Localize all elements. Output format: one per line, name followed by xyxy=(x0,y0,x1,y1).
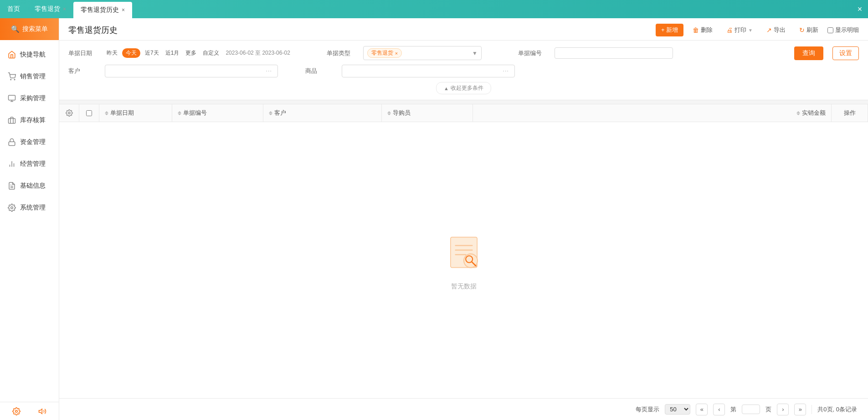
date-btn-1month[interactable]: 近1月 xyxy=(164,48,181,58)
page-label: 第 xyxy=(730,405,736,414)
print-arrow-icon: ▼ xyxy=(748,28,753,33)
date-btn-custom[interactable]: 自定义 xyxy=(201,48,221,58)
th-amount-label: 实销金额 xyxy=(802,109,826,117)
date-btn-today[interactable]: 今天 xyxy=(122,48,140,58)
show-detail-label: 显示明细 xyxy=(835,26,859,34)
type-filter-tag: 零售退货 × xyxy=(367,48,402,58)
next-page-btn[interactable]: › xyxy=(777,404,789,415)
show-detail-checkbox[interactable] xyxy=(827,27,833,33)
svg-point-0 xyxy=(10,79,11,80)
query-button[interactable]: 查询 xyxy=(794,46,823,60)
select-all-checkbox[interactable] xyxy=(86,110,92,116)
th-settings[interactable] xyxy=(59,104,79,122)
type-select-arrow-icon: ▼ xyxy=(472,50,478,56)
svg-point-15 xyxy=(68,112,70,114)
collapse-filter-button[interactable]: ▲ 收起更多条件 xyxy=(436,82,491,94)
page-number-input[interactable]: 1 xyxy=(742,405,760,414)
sidebar-item-sys-mgmt[interactable]: 系统管理 xyxy=(0,197,59,219)
page-size-select[interactable]: 10 20 50 100 xyxy=(665,404,690,415)
sidebar-item-sales-mgmt[interactable]: 销售管理 xyxy=(0,66,59,87)
th-customer[interactable]: 客户 xyxy=(263,104,382,122)
th-amount[interactable]: 实销金额 xyxy=(473,104,832,122)
empty-state: 暂无数据 xyxy=(59,122,868,398)
first-page-btn[interactable]: « xyxy=(696,404,708,415)
date-btn-yesterday[interactable]: 昨天 xyxy=(105,48,119,58)
setting-button[interactable]: 设置 xyxy=(832,46,859,60)
empty-state-icon xyxy=(441,230,487,275)
table-area: 单据日期 单据编号 客户 xyxy=(59,104,868,398)
tab-retail-return-history-close[interactable]: × xyxy=(122,7,125,13)
export-button[interactable]: ↗ 导出 xyxy=(762,24,790,36)
operations-icon xyxy=(7,159,16,169)
customer-ellipsis-icon[interactable]: ··· xyxy=(266,67,272,75)
svg-point-1 xyxy=(14,79,15,80)
th-date-label: 单据日期 xyxy=(110,109,134,117)
prev-page-btn[interactable]: ‹ xyxy=(713,404,725,415)
page-size-label: 每页显示 xyxy=(636,405,659,414)
sys-mgmt-icon xyxy=(7,203,16,212)
sidebar-search-label: 搜索菜单 xyxy=(22,25,48,33)
page-title: 零售退货历史 xyxy=(68,25,118,36)
no-filter-input[interactable] xyxy=(555,47,673,59)
date-filter-label: 单据日期 xyxy=(68,49,96,57)
tab-retail-return[interactable]: 零售退货 × xyxy=(27,0,73,18)
sidebar-settings-btn[interactable] xyxy=(9,404,24,419)
print-button[interactable]: 🖨 打印 ▼ xyxy=(722,24,757,36)
delete-icon: 🗑 xyxy=(693,26,699,34)
goods-ellipsis-icon[interactable]: ··· xyxy=(503,67,508,75)
type-filter-select[interactable]: 零售退货 × ▼ xyxy=(363,46,482,60)
window-close-button[interactable]: × xyxy=(852,0,868,18)
filter-area: 单据日期 昨天 今天 近7天 近1月 更多 自定义 2023-06-02 至 2… xyxy=(59,41,868,100)
purchase-icon xyxy=(7,94,16,103)
sidebar-item-basic-info[interactable]: 基础信息 xyxy=(0,175,59,197)
svg-rect-2 xyxy=(9,95,15,100)
sidebar-item-label: 经营管理 xyxy=(20,160,46,168)
amount-sort-icon xyxy=(796,111,800,115)
tab-retail-return-history[interactable]: 零售退货历史 × xyxy=(73,2,132,18)
sidebar-item-finance[interactable]: 资金管理 xyxy=(0,131,59,153)
sales-icon xyxy=(7,72,16,81)
no-sort-icon xyxy=(178,111,181,115)
sidebar-volume-btn[interactable] xyxy=(35,404,50,419)
th-action-label: 操作 xyxy=(844,109,856,117)
sidebar-search[interactable]: 🔍 搜索菜单 xyxy=(0,18,59,40)
svg-point-12 xyxy=(11,207,13,209)
tab-home-label: 首页 xyxy=(7,5,20,13)
th-no[interactable]: 单据编号 xyxy=(172,104,263,122)
sidebar-item-quick-nav[interactable]: 快捷导航 xyxy=(0,44,59,66)
page-unit: 页 xyxy=(765,405,771,414)
date-btn-7days[interactable]: 近7天 xyxy=(143,48,161,58)
sidebar-item-inventory[interactable]: 库存核算 xyxy=(0,109,59,131)
tab-retail-return-label: 零售退货 xyxy=(35,5,60,13)
sidebar-item-label: 快捷导航 xyxy=(20,51,46,59)
tab-retail-return-close[interactable]: × xyxy=(63,6,66,12)
delete-label: 删除 xyxy=(701,26,713,34)
sidebar-item-label: 销售管理 xyxy=(20,72,46,81)
type-tag-close[interactable]: × xyxy=(395,51,398,56)
svg-marker-14 xyxy=(39,409,42,414)
refresh-button[interactable]: ↻ 刷新 xyxy=(795,24,823,36)
customer-filter-label: 客户 xyxy=(68,67,96,75)
add-button[interactable]: + 新增 xyxy=(656,24,683,36)
sidebar-item-purchase-mgmt[interactable]: 采购管理 xyxy=(0,87,59,109)
delete-button[interactable]: 🗑 删除 xyxy=(688,24,717,36)
collapse-arrow-icon: ▲ xyxy=(444,86,449,91)
goods-filter-input[interactable] xyxy=(346,68,501,75)
no-filter-label: 单据编号 xyxy=(518,49,545,57)
th-guide[interactable]: 导购员 xyxy=(382,104,473,122)
sidebar-bottom xyxy=(0,402,59,420)
tab-home[interactable]: 首页 xyxy=(0,0,27,18)
date-btn-more[interactable]: 更多 xyxy=(184,48,198,58)
th-checkbox[interactable] xyxy=(79,104,99,122)
sidebar-item-operations[interactable]: 经营管理 xyxy=(0,153,59,175)
th-date[interactable]: 单据日期 xyxy=(99,104,172,122)
date-sort-icon xyxy=(105,111,108,115)
show-detail-checkbox-label[interactable]: 显示明细 xyxy=(827,26,859,34)
sidebar-item-label: 采购管理 xyxy=(20,94,46,102)
sidebar-item-label: 资金管理 xyxy=(20,138,46,146)
th-no-label: 单据编号 xyxy=(183,109,207,117)
last-page-btn[interactable]: » xyxy=(794,404,806,415)
inventory-icon xyxy=(7,116,16,125)
main-layout: 🔍 搜索菜单 快捷导航 销售管理 采购管理 xyxy=(0,18,868,420)
customer-filter-input[interactable] xyxy=(109,68,264,75)
